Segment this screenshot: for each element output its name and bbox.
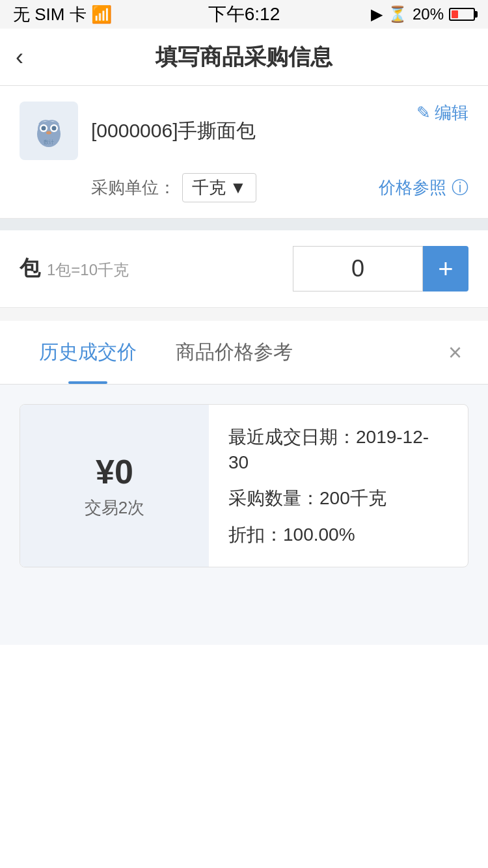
tab-product-price-ref[interactable]: 商品价格参考 — [156, 321, 312, 384]
owl-icon: 数计 — [29, 111, 68, 150]
quantity-input[interactable]: 0 — [293, 246, 423, 292]
unit-label: 采购单位： 千克 ▼ — [91, 173, 256, 202]
price-ref-button[interactable]: 价格参照 ⓘ — [379, 176, 468, 199]
qty-value: 200千克 — [319, 488, 386, 508]
page-rest — [0, 645, 488, 868]
discount-label: 折扣： — [228, 524, 283, 545]
unit-prefix: 采购单位： — [91, 176, 176, 199]
price-discount: 折扣：100.00% — [228, 522, 448, 547]
unit-dropdown-icon: ▼ — [230, 178, 247, 198]
quantity-value: 0 — [351, 255, 364, 282]
quantity-increment-button[interactable]: + — [423, 246, 468, 292]
status-right-group: ▶ ⏳ 20% — [371, 5, 475, 23]
price-card: ¥0 交易2次 最近成交日期：2019-12-30 采购数量：200千克 折扣：… — [20, 404, 468, 567]
price-left-panel: ¥0 交易2次 — [20, 405, 209, 567]
product-bottom-row: 采购单位： 千克 ▼ 价格参照 ⓘ — [91, 173, 468, 202]
status-time: 下午6:12 — [208, 2, 280, 27]
edit-icon: ✎ — [416, 103, 431, 123]
close-button[interactable]: × — [442, 332, 468, 373]
unit-select[interactable]: 千克 ▼ — [182, 173, 256, 202]
price-recent-date: 最近成交日期：2019-12-30 — [228, 424, 448, 475]
product-icon: 数计 — [20, 102, 78, 160]
price-amount: ¥0 — [96, 452, 133, 491]
svg-point-5 — [42, 126, 46, 131]
status-location-icon: ▶ — [371, 5, 383, 23]
product-name: [0000006]手撕面包 — [91, 118, 256, 144]
unit-value: 千克 — [192, 176, 226, 199]
quantity-conversion: 1包=10千克 — [47, 260, 129, 280]
product-top-row: 数计 [0000006]手撕面包 ✎ 编辑 — [20, 102, 468, 160]
product-card: 数计 [0000006]手撕面包 ✎ 编辑 采购单位： 千克 ▼ 价格参照 ⓘ — [0, 86, 488, 219]
quantity-controls: 0 + — [293, 246, 468, 292]
quantity-row: 包 1包=10千克 0 + — [0, 230, 488, 308]
tab-bar: 历史成交价 商品价格参考 × — [0, 321, 488, 385]
battery-indicator — [449, 8, 475, 21]
price-ref-info-icon: ⓘ — [452, 176, 468, 199]
status-bar: 无 SIM 卡 📶 下午6:12 ▶ ⏳ 20% — [0, 0, 488, 29]
section-divider — [0, 219, 488, 230]
status-battery-percent: 20% — [413, 5, 444, 23]
recent-date-label: 最近成交日期： — [228, 427, 356, 447]
price-quantity: 采购数量：200千克 — [228, 485, 448, 511]
tab-history-price[interactable]: 历史成交价 — [20, 321, 156, 384]
page-title: 填写商品采购信息 — [156, 42, 332, 72]
battery-fill — [452, 10, 458, 18]
discount-value: 100.00% — [283, 524, 355, 545]
tab-items: 历史成交价 商品价格参考 — [20, 321, 312, 384]
edit-button[interactable]: ✎ 编辑 — [416, 102, 468, 124]
nav-bar: ‹ 填写商品采购信息 — [0, 29, 488, 86]
back-button[interactable]: ‹ — [16, 44, 23, 71]
edit-label: 编辑 — [435, 102, 468, 124]
status-network: 无 SIM 卡 📶 — [13, 3, 112, 26]
price-count: 交易2次 — [85, 496, 144, 519]
quantity-unit: 包 — [20, 254, 40, 283]
price-ref-label: 价格参照 — [379, 176, 446, 199]
history-content: ¥0 交易2次 最近成交日期：2019-12-30 采购数量：200千克 折扣：… — [0, 385, 488, 645]
qty-label: 采购数量： — [228, 488, 319, 508]
quantity-label: 包 1包=10千克 — [20, 254, 129, 283]
svg-text:数计: 数计 — [44, 139, 54, 145]
svg-point-7 — [46, 131, 51, 135]
price-right-panel: 最近成交日期：2019-12-30 采购数量：200千克 折扣：100.00% — [209, 405, 468, 567]
status-alarm-icon: ⏳ — [388, 5, 407, 23]
product-left: 数计 [0000006]手撕面包 — [20, 102, 256, 160]
svg-point-6 — [52, 126, 57, 131]
